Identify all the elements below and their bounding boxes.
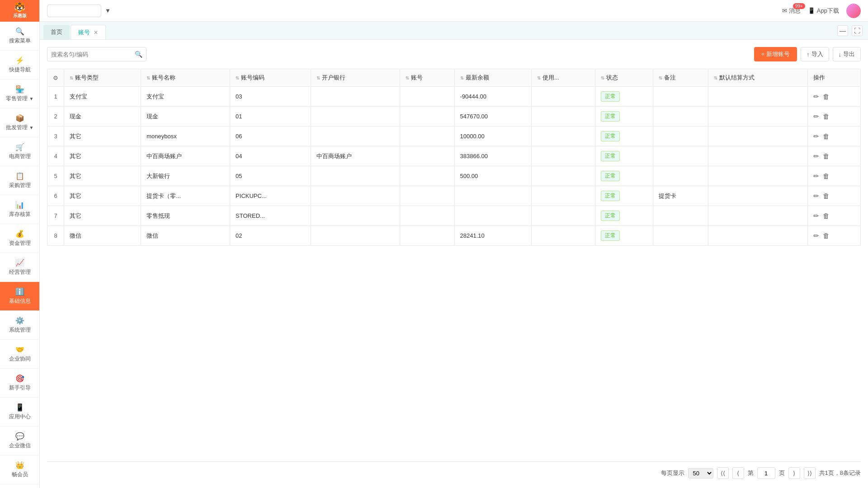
row-num: 4: [47, 146, 64, 166]
row-num: 7: [47, 206, 64, 226]
col-type[interactable]: ⇅账号类型: [64, 69, 141, 87]
row-type: 其它: [64, 127, 141, 146]
row-account: [400, 127, 454, 146]
sidebar-item-wholesale-mgmt[interactable]: 📦 批发管理 ▼: [0, 108, 39, 137]
col-bank[interactable]: ⇅开户银行: [311, 69, 400, 87]
sidebar-icon-quick-nav: ⚡: [4, 56, 36, 65]
col-usage[interactable]: ⇅使用...: [531, 69, 595, 87]
page-size-select[interactable]: 50 20 100: [688, 468, 713, 479]
sidebar-item-enterprise-wechat[interactable]: 💬 企业微信: [0, 427, 39, 455]
row-notes: 提货卡: [653, 186, 708, 206]
col-settings[interactable]: ⚙: [47, 69, 64, 87]
row-usage: [531, 186, 595, 206]
sidebar-item-new-guide[interactable]: 🎯 新手引导: [0, 369, 39, 398]
edit-icon[interactable]: ✏: [813, 132, 819, 141]
page-number-input[interactable]: [757, 467, 775, 479]
row-code: PICKUPC...: [230, 186, 311, 206]
tab-minimize-button[interactable]: —: [837, 25, 848, 36]
sidebar-label-vip-member: 畅会员: [12, 471, 28, 479]
sidebar-arrow-retail-mgmt: ▼: [29, 96, 34, 101]
col-notes[interactable]: ⇅备注: [653, 69, 708, 87]
row-usage: [531, 166, 595, 186]
edit-icon[interactable]: ✏: [813, 152, 819, 160]
delete-icon[interactable]: 🗑: [823, 212, 830, 220]
edit-icon[interactable]: ✏: [813, 212, 819, 220]
col-name[interactable]: ⇅账号名称: [141, 69, 230, 87]
page-prev-button[interactable]: ⟨: [732, 467, 744, 479]
sidebar-icon-search-orders: 🔍: [4, 27, 36, 36]
sidebar-icon-operations-mgmt: 📈: [4, 258, 36, 267]
sidebar-item-enterprise-agreement[interactable]: 🤝 企业协同: [0, 340, 39, 369]
sidebar-item-vip-member[interactable]: 👑 畅会员: [0, 455, 39, 484]
delete-icon[interactable]: 🗑: [823, 113, 830, 120]
delete-icon[interactable]: 🗑: [823, 132, 830, 140]
search-icon[interactable]: 🔍: [135, 51, 142, 58]
export-button[interactable]: ↓ 导出: [833, 47, 861, 61]
page-next-button[interactable]: ⟩: [788, 467, 800, 479]
edit-icon[interactable]: ✏: [813, 192, 819, 200]
edit-icon[interactable]: ✏: [813, 232, 819, 240]
col-account[interactable]: ⇅账号: [400, 69, 454, 87]
edit-icon[interactable]: ✏: [813, 93, 819, 101]
add-account-button[interactable]: + 新增账号: [754, 47, 797, 61]
col-status[interactable]: ⇅状态: [595, 69, 653, 87]
tab-bar: 首页 账号 ✕ — ⛶: [40, 22, 868, 40]
row-name: 大新银行: [141, 166, 230, 186]
sidebar-item-basic-info[interactable]: ℹ️ 基础信息: [0, 282, 39, 311]
sidebar-item-ecommerce-mgmt[interactable]: 🛒 电商管理: [0, 137, 39, 166]
message-button[interactable]: ✉ 消息 99+: [782, 7, 801, 15]
sidebar-item-purchase-mgmt[interactable]: 📋 采购管理: [0, 166, 39, 195]
sidebar-icon-enterprise-wechat: 💬: [4, 432, 36, 441]
row-name: 中百商场账户: [141, 146, 230, 166]
delete-icon[interactable]: 🗑: [823, 152, 830, 160]
settings-icon[interactable]: ⚙: [53, 75, 58, 81]
sidebar-item-inventory-check[interactable]: 📊 库存核算: [0, 195, 39, 224]
tab-close-icon[interactable]: ✕: [94, 29, 98, 36]
tab-account-label: 账号: [78, 28, 90, 37]
delete-icon[interactable]: 🗑: [823, 93, 830, 100]
sidebar-item-operations-mgmt[interactable]: 📈 经营管理: [0, 253, 39, 282]
tab-home[interactable]: 首页: [43, 25, 70, 39]
logo-icon: 🐯: [14, 3, 25, 12]
row-bank: [311, 186, 400, 206]
header-search-input[interactable]: [47, 5, 101, 17]
row-balance: [454, 206, 531, 226]
row-num: 5: [47, 166, 64, 186]
edit-icon[interactable]: ✏: [813, 172, 819, 180]
table-row: 3 其它 moneybosx 06 10000.00 正常 ✏ 🗑: [47, 127, 861, 146]
delete-icon[interactable]: 🗑: [823, 172, 830, 180]
sidebar-item-quick-nav[interactable]: ⚡ 快捷导航: [0, 51, 39, 80]
row-status: 正常: [595, 226, 653, 246]
edit-icon[interactable]: ✏: [813, 113, 819, 121]
sidebar-icon-purchase-mgmt: 📋: [4, 172, 36, 180]
sidebar-item-search-orders[interactable]: 🔍 搜索菜单: [0, 22, 39, 51]
tab-account[interactable]: 账号 ✕: [71, 25, 106, 39]
header-dropdown[interactable]: ▼: [105, 7, 111, 14]
page-last-button[interactable]: ⟩⟩: [804, 467, 816, 479]
delete-icon[interactable]: 🗑: [823, 192, 830, 200]
message-icon: ✉: [782, 7, 787, 14]
search-box[interactable]: 🔍: [47, 47, 146, 61]
search-input[interactable]: [51, 51, 135, 58]
sidebar-label-finance-mgmt: 资金管理: [9, 239, 31, 247]
sidebar-icon-inventory-check: 📊: [4, 201, 36, 209]
sidebar-item-finance-mgmt[interactable]: 💰 资金管理: [0, 224, 39, 253]
app-download-button[interactable]: 📱 App下载: [808, 7, 839, 15]
page-first-button[interactable]: ⟨⟨: [717, 467, 729, 479]
row-name: 支付宝: [141, 87, 230, 107]
sidebar-icon-ecommerce-mgmt: 🛒: [4, 143, 36, 151]
delete-icon[interactable]: 🗑: [823, 232, 830, 239]
sidebar-icon-basic-info: ℹ️: [4, 287, 36, 296]
sidebar-item-retail-mgmt[interactable]: 🏪 零售管理 ▼: [0, 80, 39, 108]
col-code[interactable]: ⇅账号编码: [230, 69, 311, 87]
import-button[interactable]: ↑ 导入: [801, 47, 829, 61]
table-row: 2 现金 现金 01 547670.00 正常 ✏ 🗑: [47, 107, 861, 127]
row-code: STORED...: [230, 206, 311, 226]
col-default-payment[interactable]: ⇅默认结算方式: [708, 69, 808, 87]
sidebar-item-system-mgmt[interactable]: ⚙️ 系统管理: [0, 311, 39, 340]
tab-maximize-button[interactable]: ⛶: [852, 25, 863, 36]
row-type: 其它: [64, 206, 141, 226]
user-avatar[interactable]: [846, 4, 861, 18]
sidebar-item-app-center[interactable]: 📱 应用中心: [0, 398, 39, 427]
col-balance[interactable]: ⇅最新余额: [454, 69, 531, 87]
